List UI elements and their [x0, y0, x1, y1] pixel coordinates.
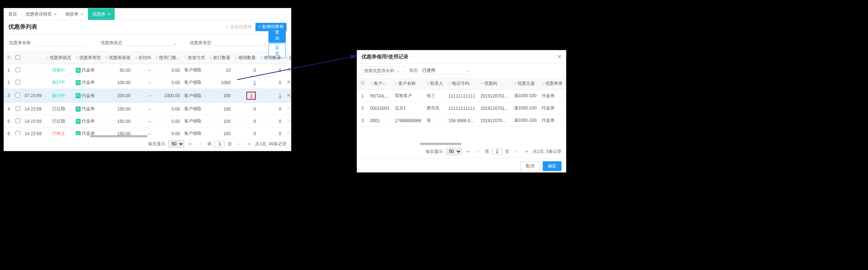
phone: 11111111111: [446, 102, 478, 115]
coupon-type-select[interactable]: ⌄: [214, 40, 266, 46]
coupon-status-select[interactable]: ⌄: [125, 40, 177, 46]
per-page-select[interactable]: 50: [168, 140, 184, 148]
first-page-button[interactable]: ⇤: [465, 148, 472, 155]
row-number: 3: [357, 115, 368, 127]
column-header[interactable]: ⇅优惠主题: [512, 78, 539, 90]
column-header[interactable]: ⇅优惠券状态: [44, 52, 73, 64]
method: 客户领取: [182, 89, 207, 103]
cancel-button[interactable]: 取消: [520, 161, 540, 171]
discount: --: [133, 64, 153, 76]
page-input[interactable]: [215, 141, 225, 147]
first-page-button[interactable]: ⇤: [187, 140, 194, 148]
gear-icon[interactable]: [4, 52, 13, 64]
table-row[interactable]: 3000117666666666张156 6666 6...201912070.…: [357, 115, 566, 127]
sort-icon: ⇅: [514, 82, 517, 86]
take-count-link[interactable]: 3: [246, 92, 256, 100]
record-table: ⇅客户...⇅客户名称⇅联系人⇅电话号码⇅优惠码⇅优惠主题⇅优惠券类 1RETA…: [357, 78, 566, 127]
close-icon[interactable]: ✕: [107, 12, 110, 16]
row-checkbox[interactable]: [16, 131, 20, 136]
search-icon[interactable]: ⌕: [397, 68, 399, 73]
tab-首页[interactable]: 首页: [4, 8, 21, 20]
row-checkbox[interactable]: [16, 80, 20, 84]
prev-page-button[interactable]: ‹: [197, 140, 204, 148]
table-row[interactable]: 200010001北京1唐先生111111111112019120701...满…: [357, 102, 566, 115]
modal-status-select[interactable]: 已使用 ⌄: [422, 67, 469, 75]
row-checkbox[interactable]: [16, 93, 20, 97]
last-page-button[interactable]: ⇥: [245, 140, 252, 148]
column-header[interactable]: ⇅客户...: [368, 78, 393, 90]
last-page-button[interactable]: ⇥: [522, 148, 530, 155]
select-all-checkbox[interactable]: [16, 55, 20, 60]
sort-icon: ⇅: [135, 56, 138, 60]
page-input[interactable]: [492, 148, 502, 155]
column-header[interactable]: ⇅联系人: [424, 78, 446, 90]
prev-page-button[interactable]: ‹: [475, 148, 482, 155]
row-checkbox[interactable]: [16, 119, 20, 123]
query-button[interactable]: 查询: [268, 28, 286, 43]
table-row[interactable]: 614 23:59已终止代代金券150.00--0.00客户领取10000⇱▦: [4, 128, 291, 136]
table-row[interactable]: 2执行中代代金券100.00--0.00客户领取100010⇱▦: [4, 76, 291, 89]
use-count-link[interactable]: 1: [279, 93, 281, 98]
column-header[interactable]: ⇅客户名称: [393, 78, 425, 90]
voucher-icon: 代: [76, 107, 81, 112]
table-row[interactable]: 514 23:59已过期代代金券150.00--0.00客户领取10000⇱▦: [4, 115, 291, 128]
per-page-select[interactable]: 50: [446, 148, 462, 155]
column-header[interactable]: ⇅优惠券类: [539, 78, 566, 90]
table-row[interactable]: 1RETAIL...零散客户张三111111111112019120701...…: [357, 90, 566, 102]
column-header[interactable]: [13, 52, 22, 64]
close-icon[interactable]: ✕: [54, 12, 57, 16]
share-icon[interactable]: ⇱: [286, 80, 291, 85]
column-header[interactable]: ⇅优惠码: [478, 78, 512, 90]
tab-优惠券[interactable]: 优惠券✕: [88, 8, 115, 20]
column-header[interactable]: ⇅发放方式: [182, 52, 207, 64]
coupon-list-panel: 首页优惠券详情页✕销货单✕优惠券✕ 优惠券列表 ⇪ 发放优惠券 + 新增优惠券 …: [4, 8, 291, 151]
column-header[interactable]: ⇅电话号码: [446, 78, 478, 90]
column-header[interactable]: ⇅领用数量: [233, 52, 258, 64]
method: 客户领取: [182, 128, 207, 136]
status-badge: 待执行: [52, 67, 65, 72]
coupon-name-input[interactable]: [34, 40, 84, 46]
row-checkbox[interactable]: [16, 67, 20, 72]
column-header[interactable]: ⇅优惠券面值: [103, 52, 133, 64]
coupon-code: 201912070...: [478, 115, 512, 127]
time-cell: 14 23:59: [22, 128, 44, 136]
table-row[interactable]: 414 23:59已过期代代金券150.00--0.00客户领取10000⇱▦: [4, 103, 291, 115]
customer-name: 17666666666: [393, 115, 425, 127]
share-icon: ⇱: [286, 119, 291, 124]
table-row[interactable]: 1待执行代代金券50.00--0.00客户领取1000⇱▦: [4, 64, 291, 76]
next-page-button[interactable]: ›: [235, 140, 242, 148]
next-page-button[interactable]: ›: [512, 148, 520, 155]
sort-icon: ⇅: [184, 56, 187, 60]
tab-bar: 首页优惠券详情页✕销货单✕优惠券✕: [4, 8, 291, 20]
column-header[interactable]: ⇅折扣%: [133, 52, 153, 64]
gear-icon[interactable]: [357, 78, 368, 90]
table-row[interactable]: 307 23:59执行中代代金券200.00--1000.00客户领取10031…: [4, 89, 291, 103]
actions-cell: ⇱▦: [283, 103, 291, 115]
phone: 11111111111: [446, 90, 478, 102]
share-icon[interactable]: ⇱: [286, 67, 291, 73]
method: 客户领取: [182, 64, 207, 76]
time-cell: 14 23:59: [22, 103, 44, 115]
column-header[interactable]: ⇅使用门槛...: [153, 52, 182, 64]
coupon-search-input[interactable]: [364, 68, 397, 73]
actions-cell: ⇱▦: [283, 64, 291, 76]
tab-销货单[interactable]: 销货单✕: [61, 8, 88, 20]
confirm-button[interactable]: 确定: [543, 161, 562, 171]
row-checkbox[interactable]: [16, 106, 20, 111]
modal-status-label: 状态: [409, 67, 418, 74]
pagination: 每页显示 50 ⇤ ‹ 第 页 › ⇥ 共1页, 49条记录: [4, 137, 291, 150]
row-number: 2: [357, 102, 368, 115]
discount: --: [133, 103, 153, 115]
column-header[interactable]: ⇅优惠券类型: [73, 52, 103, 64]
filter-row: 优惠券名称 优惠券状态 ⌄ 优惠券类型 ⌄ 查询 设置: [4, 34, 291, 52]
column-header[interactable]: ⇅发行数量: [207, 52, 233, 64]
close-icon[interactable]: ✕: [557, 53, 562, 60]
take-count-link[interactable]: 1: [254, 80, 256, 85]
column-header[interactable]: [22, 52, 44, 64]
tab-优惠券详情页[interactable]: 优惠券详情页✕: [21, 8, 61, 20]
customer-name: 零散客户: [393, 90, 425, 102]
threshold: 0.00: [153, 76, 182, 89]
type-cell: 代代金券: [73, 115, 103, 128]
share-icon[interactable]: ⇱: [286, 93, 291, 99]
close-icon[interactable]: ✕: [81, 12, 84, 16]
